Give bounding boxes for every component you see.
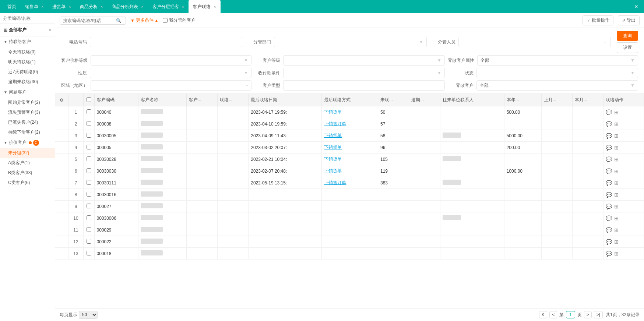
chat-icon[interactable]: 💬 [606,204,612,209]
chat-icon[interactable]: 💬 [606,227,612,233]
chat-icon[interactable]: 💬 [606,192,612,198]
row-last-contact-way[interactable]: 下销货单 [322,165,378,177]
sidebar-item-today-pending[interactable]: 今天待联络(0) [0,47,55,57]
th-check[interactable] [83,94,94,106]
row-check[interactable] [83,118,94,130]
select-all-checkbox[interactable] [87,97,91,102]
tab-product-analysis[interactable]: 商品分析 × [75,0,107,13]
row-action[interactable]: 💬 ⊞ [603,154,644,165]
tab-home[interactable]: 首页 [3,0,21,13]
manager-input[interactable]: ··· [458,37,611,47]
grid-action-icon[interactable]: ⊞ [614,121,619,127]
row-action[interactable]: 💬 ⊞ [603,130,644,142]
last-page-button[interactable]: >| [594,311,603,318]
row-last-contact-way[interactable]: 下销货单 [322,130,378,142]
price-level-select[interactable]: ▼ [91,55,251,66]
row-last-contact-way[interactable] [322,201,378,212]
row-action[interactable]: 💬 ⊞ [603,201,644,212]
grid-action-icon[interactable]: ⊞ [614,204,619,209]
chat-icon[interactable]: 💬 [606,215,612,221]
chat-icon[interactable]: 💬 [606,168,612,174]
filter-more-conditions[interactable]: ▼ 更多条件 ▲ [130,17,158,24]
payment-select[interactable]: ▼ [283,68,445,78]
tab-customer-segment[interactable]: 客户分层经客 × [148,0,189,13]
row-last-contact-way[interactable]: 下销货单 [322,142,378,154]
customer-level-select[interactable]: ▼ [283,55,445,66]
chat-icon[interactable]: 💬 [606,251,612,257]
batch-operation-button[interactable]: ☑ 批量操作 [583,15,613,25]
row-action[interactable]: 💬 ⊞ [603,165,644,177]
phone-input[interactable] [90,37,242,47]
tab-customer-contact[interactable]: 客户联络 × [189,0,220,13]
my-customers-filter[interactable]: 我分管的客户 [163,17,196,24]
row-last-contact-way[interactable] [322,236,378,248]
sidebar-all-customers[interactable]: ⊞ 全部客户 « [0,24,55,36]
sidebar-item-class-a[interactable]: A类客户(1) [0,158,55,168]
row-action[interactable]: 💬 ⊞ [603,189,644,201]
filter-search-icon[interactable]: 🔍 [116,18,122,23]
chat-icon[interactable]: 💬 [606,239,612,245]
row-check[interactable] [83,189,94,201]
sidebar-group-pending[interactable]: ▼ 待联络客户 [0,36,55,47]
sidebar-item-ungrouped[interactable]: 未分组(32) [0,148,55,158]
chat-icon[interactable]: 💬 [606,133,612,139]
retail-customer-select[interactable]: 全部▼ [476,80,638,91]
tab-product-analysis-close[interactable]: × [101,4,103,9]
retail-attr-select[interactable]: 全部▼ [477,55,638,66]
chat-icon[interactable]: 💬 [606,121,612,127]
grid-action-icon[interactable]: ⊞ [614,168,619,174]
tab-customer-contact-close[interactable]: × [214,4,216,9]
prev-page-button[interactable]: < [549,311,557,318]
grid-action-icon[interactable]: ⊞ [614,239,619,245]
sidebar-item-class-b[interactable]: B类客户(33) [0,168,55,178]
sidebar-collapse-icon[interactable]: « [49,28,51,33]
row-action[interactable]: 💬 ⊞ [603,236,644,248]
nature-select[interactable]: ▼ [90,68,251,78]
tab-purchase-close[interactable]: × [68,4,71,9]
my-customers-checkbox[interactable] [163,18,168,23]
tab-purchase[interactable]: 进货单 × [48,0,75,13]
first-page-button[interactable]: K [539,311,547,318]
window-close-button[interactable]: × [631,3,641,11]
next-page-button[interactable]: > [584,311,592,318]
row-check[interactable] [83,106,94,118]
tab-customer-segment-close[interactable]: × [182,4,184,9]
row-check[interactable] [83,130,94,142]
grid-action-icon[interactable]: ⊞ [614,133,619,139]
row-last-contact-way[interactable]: 下销货单 [322,154,378,165]
grid-action-icon[interactable]: ⊞ [614,109,619,115]
row-check[interactable] [83,248,94,260]
row-action[interactable]: 💬 ⊞ [603,106,644,118]
row-action[interactable]: 💬 ⊞ [603,177,644,189]
row-action[interactable]: 💬 ⊞ [603,118,644,130]
th-settings[interactable]: ⚙ [55,94,68,106]
row-check[interactable] [83,154,94,165]
sidebar-item-overdue-pending[interactable]: 逾期未联络(30) [0,77,55,87]
per-page-select[interactable]: 50 20 100 [79,311,98,319]
row-check[interactable] [83,165,94,177]
row-check[interactable] [83,142,94,154]
grid-action-icon[interactable]: ⊞ [614,227,619,233]
sidebar-group-problem[interactable]: ▼ 问题客户 [0,87,55,98]
grid-action-icon[interactable]: ⊞ [614,215,619,221]
customer-type-input[interactable] [283,80,445,91]
query-button[interactable]: 查询 [617,31,638,41]
sidebar-group-value[interactable]: ▼ 价值客户 C [0,137,55,148]
row-action[interactable]: 💬 ⊞ [603,248,644,260]
sidebar-item-churned[interactable]: 已流失客户(24) [0,117,55,127]
tab-product-analysis-list[interactable]: 商品分析列表 × [107,0,148,13]
sidebar-item-tomorrow-pending[interactable]: 明天待联络(1) [0,57,55,67]
sidebar-item-class-c[interactable]: C类客户(6) [0,178,55,188]
status-select[interactable]: ▼ [476,68,638,78]
row-check[interactable] [83,212,94,224]
chat-icon[interactable]: 💬 [606,109,612,115]
row-check[interactable] [83,177,94,189]
grid-action-icon[interactable]: ⊞ [614,145,619,151]
sidebar-item-hoarding-abnormal[interactable]: 囤购异常客户(2) [0,98,55,107]
filter-search-input[interactable] [63,18,115,23]
row-check[interactable] [83,224,94,236]
sidebar-item-declining[interactable]: 持续下滑客户(2) [0,127,55,137]
row-check[interactable] [83,236,94,248]
row-check[interactable] [83,201,94,212]
region-input[interactable]: ··· [91,80,251,91]
